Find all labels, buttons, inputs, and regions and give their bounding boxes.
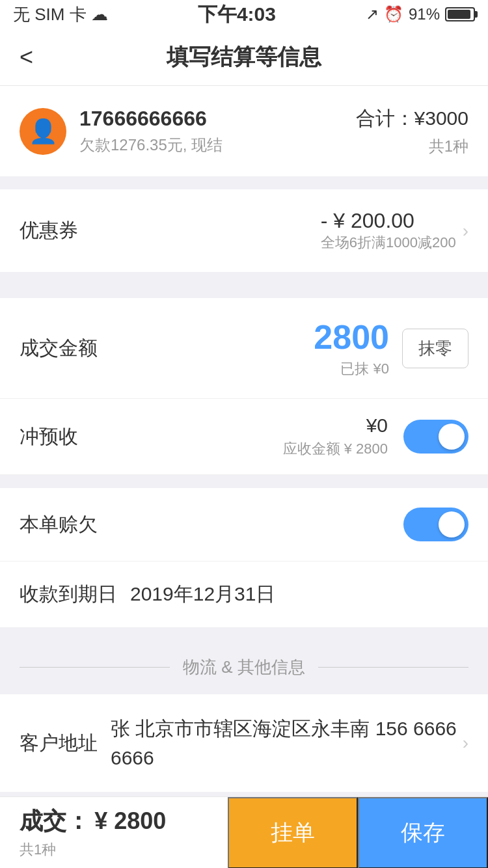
customer-right: 合计：¥3000 共1种 (356, 105, 468, 157)
coupon-row[interactable]: 优惠券 - ¥ 200.00 全场6折满1000减200 › (0, 189, 488, 272)
back-button[interactable]: < (20, 44, 59, 71)
coupon-value-area: - ¥ 200.00 全场6折满1000减200 (321, 209, 456, 252)
customer-left: 👤 17666666666 欠款1276.35元, 现结 (20, 107, 223, 156)
status-time: 下午4:03 (198, 1, 276, 28)
deal-amount-area: 2800 已抹 ¥0 (314, 318, 389, 379)
customer-card: 👤 17666666666 欠款1276.35元, 现结 合计：¥3000 共1… (0, 86, 488, 176)
sim-status: 无 SIM 卡 ☁ (13, 3, 108, 26)
section-divider-1 (0, 285, 488, 298)
location-icon: ↗ (366, 5, 379, 23)
coupon-right: - ¥ 200.00 全场6折满1000减200 › (321, 209, 468, 252)
page-title: 填写结算等信息 (59, 42, 429, 72)
battery-percent: 91% (409, 5, 440, 23)
avatar-icon: 👤 (29, 118, 58, 145)
credit-toggle[interactable] (403, 508, 468, 541)
bottom-summary: 成交： ¥ 2800 共1种 (0, 806, 228, 860)
moling-button[interactable]: 抹零 (402, 329, 468, 368)
address-value: 张 北京市市辖区海淀区永丰南 156 6666 6666 (111, 714, 463, 772)
prepay-amount: ¥0 (283, 414, 388, 437)
battery-icon (445, 7, 475, 21)
prepay-sub: 应收金额 ¥ 2800 (283, 439, 388, 459)
deal-value-area: 2800 已抹 ¥0 抹零 (314, 318, 468, 379)
prepay-row: 冲预收 ¥0 应收金额 ¥ 2800 (0, 399, 488, 475)
logistics-header: 物流 & 其他信息 (0, 640, 488, 694)
form-section: 成交金额 2800 已抹 ¥0 抹零 冲预收 ¥0 应收金额 ¥ 2800 (0, 298, 488, 475)
main-content: 👤 17666666666 欠款1276.35元, 现结 合计：¥3000 共1… (0, 86, 488, 868)
total-count: 共1种 (356, 136, 468, 157)
bottom-bar: 成交： ¥ 2800 共1种 挂单 保存 (0, 796, 488, 868)
due-date-row: 收款到期日 2019年12月31日 (0, 561, 488, 627)
address-row[interactable]: 客户地址 张 北京市市辖区海淀区永丰南 156 6666 6666 › (0, 694, 488, 792)
status-bar: 无 SIM 卡 ☁ 下午4:03 ↗ ⏰ 91% (0, 0, 488, 29)
bottom-count: 共1种 (20, 840, 208, 860)
save-button[interactable]: 保存 (358, 797, 488, 869)
bottom-total: 成交： ¥ 2800 (20, 806, 208, 837)
customer-info: 17666666666 欠款1276.35元, 现结 (79, 107, 223, 156)
alarm-icon: ⏰ (384, 5, 403, 23)
credit-row: 本单赊欠 (0, 488, 488, 561)
deal-sub: 已抹 ¥0 (314, 359, 389, 379)
nav-bar: < 填写结算等信息 (0, 29, 488, 86)
coupon-value: - ¥ 200.00 (321, 209, 456, 233)
deal-right: 2800 已抹 ¥0 抹零 (314, 318, 468, 379)
prepay-amount-area: ¥0 应收金额 ¥ 2800 (283, 414, 388, 459)
customer-sub: 欠款1276.35元, 现结 (79, 135, 223, 156)
deal-label: 成交金额 (20, 335, 98, 362)
section-divider-2 (0, 475, 488, 488)
logistics-line-right (318, 667, 468, 668)
deal-amount: 2800 (314, 318, 389, 357)
avatar: 👤 (20, 108, 66, 155)
customer-phone: 17666666666 (79, 107, 223, 131)
prepay-right: ¥0 应收金额 ¥ 2800 (283, 414, 468, 459)
total-amount: 合计：¥3000 (356, 105, 468, 132)
address-chevron-icon: › (463, 733, 468, 753)
credit-label: 本单赊欠 (20, 511, 98, 538)
bottom-summary-amount: ¥ 2800 (94, 807, 166, 834)
status-right: ↗ ⏰ 91% (366, 5, 475, 23)
coupon-desc: 全场6折满1000减200 (321, 233, 456, 252)
prepay-toggle[interactable] (403, 420, 468, 454)
coupon-label: 优惠券 (20, 217, 78, 244)
chevron-right-icon: › (463, 221, 468, 241)
due-date-value: 2019年12月31日 (130, 581, 275, 608)
pending-button[interactable]: 挂单 (228, 797, 358, 869)
due-date-label: 收款到期日 (20, 581, 117, 608)
prepay-label: 冲预收 (20, 424, 78, 450)
address-label: 客户地址 (20, 730, 98, 757)
deal-amount-row: 成交金额 2800 已抹 ¥0 抹零 (0, 298, 488, 399)
logistics-title: 物流 & 其他信息 (183, 656, 305, 679)
status-left: 无 SIM 卡 ☁ (13, 3, 108, 26)
battery-fill (448, 10, 470, 19)
logistics-line-left (20, 667, 170, 668)
bottom-summary-label: 成交： (20, 807, 90, 834)
